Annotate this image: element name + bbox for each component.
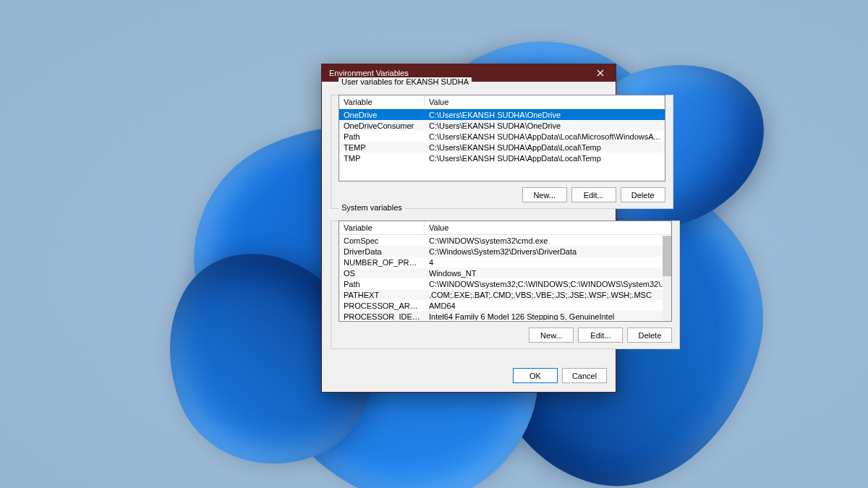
cell-variable: TEMP bbox=[339, 142, 425, 153]
cell-value: C:\Windows\System32\Drivers\DriverData bbox=[425, 246, 671, 257]
cell-variable: DriverData bbox=[339, 246, 425, 257]
scrollbar-thumb[interactable] bbox=[663, 236, 671, 276]
cell-variable: OneDrive bbox=[339, 109, 425, 120]
system-delete-button[interactable]: Delete bbox=[627, 328, 672, 343]
user-variables-label: User variables for EKANSH SUDHA bbox=[339, 77, 472, 86]
cell-value: C:\Users\EKANSH SUDHA\AppData\Local\Temp bbox=[425, 142, 665, 153]
environment-variables-dialog: Environment Variables User variables for… bbox=[321, 64, 616, 393]
cell-variable: PROCESSOR_ARCHITECTURE bbox=[339, 300, 425, 311]
table-row[interactable]: PROCESSOR_ARCHITECTUREAMD64 bbox=[339, 300, 671, 311]
column-variable[interactable]: Variable bbox=[339, 221, 425, 234]
cell-value: AMD64 bbox=[425, 300, 671, 311]
cell-value: C:\WINDOWS\system32\cmd.exe bbox=[425, 235, 671, 246]
user-button-row: New... Edit... Delete bbox=[339, 187, 665, 202]
table-row[interactable]: OSWindows_NT bbox=[339, 267, 671, 278]
cell-value: C:\WINDOWS\system32;C:\WINDOWS;C:\WINDOW… bbox=[425, 278, 671, 289]
cancel-button[interactable]: Cancel bbox=[562, 368, 607, 383]
list-header: Variable Value bbox=[339, 221, 671, 235]
list-body: OneDriveC:\Users\EKANSH SUDHA\OneDriveOn… bbox=[339, 109, 665, 180]
column-value[interactable]: Value bbox=[425, 221, 671, 234]
user-edit-button[interactable]: Edit... bbox=[571, 187, 616, 202]
cell-value: C:\Users\EKANSH SUDHA\AppData\Local\Micr… bbox=[425, 131, 665, 142]
table-row[interactable]: PathC:\WINDOWS\system32;C:\WINDOWS;C:\WI… bbox=[339, 278, 671, 289]
table-row[interactable]: PROCESSOR_IDENTIFIERIntel64 Family 6 Mod… bbox=[339, 311, 671, 320]
cell-variable: TMP bbox=[339, 153, 425, 163]
ok-button[interactable]: OK bbox=[513, 368, 558, 383]
system-edit-button[interactable]: Edit... bbox=[578, 328, 623, 343]
table-row[interactable]: TEMPC:\Users\EKANSH SUDHA\AppData\Local\… bbox=[339, 142, 665, 153]
table-row[interactable]: ComSpecC:\WINDOWS\system32\cmd.exe bbox=[339, 235, 671, 246]
cell-variable: ComSpec bbox=[339, 235, 425, 246]
close-icon bbox=[597, 69, 604, 77]
cell-value: C:\Users\EKANSH SUDHA\AppData\Local\Temp bbox=[425, 153, 665, 163]
cell-variable: Path bbox=[339, 278, 425, 289]
system-variables-label: System variables bbox=[339, 203, 405, 212]
cell-value: Intel64 Family 6 Model 126 Stepping 5, G… bbox=[425, 311, 671, 320]
cell-variable: Path bbox=[339, 131, 425, 142]
cell-variable: NUMBER_OF_PROCESSORS bbox=[339, 257, 425, 267]
cell-variable: OneDriveConsumer bbox=[339, 120, 425, 131]
table-row[interactable]: TMPC:\Users\EKANSH SUDHA\AppData\Local\T… bbox=[339, 153, 665, 163]
system-variables-group: System variables Variable Value ComSpecC… bbox=[331, 216, 680, 349]
cell-value: .COM;.EXE;.BAT;.CMD;.VBS;.VBE;.JS;.JSE;.… bbox=[425, 289, 671, 300]
dialog-title: Environment Variables bbox=[329, 69, 590, 77]
cell-variable: PROCESSOR_IDENTIFIER bbox=[339, 311, 425, 320]
scrollbar[interactable] bbox=[663, 236, 671, 321]
table-row[interactable]: OneDriveC:\Users\EKANSH SUDHA\OneDrive bbox=[339, 109, 665, 120]
system-button-row: New... Edit... Delete bbox=[339, 328, 672, 343]
user-variables-list[interactable]: Variable Value OneDriveC:\Users\EKANSH S… bbox=[339, 95, 665, 181]
list-header: Variable Value bbox=[339, 95, 665, 109]
table-row[interactable]: PathC:\Users\EKANSH SUDHA\AppData\Local\… bbox=[339, 131, 665, 142]
column-value[interactable]: Value bbox=[425, 95, 665, 108]
close-button[interactable] bbox=[590, 66, 611, 80]
table-row[interactable]: OneDriveConsumerC:\Users\EKANSH SUDHA\On… bbox=[339, 120, 665, 131]
table-row[interactable]: NUMBER_OF_PROCESSORS4 bbox=[339, 257, 671, 267]
table-row[interactable]: PATHEXT.COM;.EXE;.BAT;.CMD;.VBS;.VBE;.JS… bbox=[339, 289, 671, 300]
user-new-button[interactable]: New... bbox=[522, 187, 567, 202]
cell-variable: PATHEXT bbox=[339, 289, 425, 300]
system-new-button[interactable]: New... bbox=[529, 328, 574, 343]
user-delete-button[interactable]: Delete bbox=[621, 187, 665, 202]
cell-variable: OS bbox=[339, 267, 425, 278]
dialog-content: User variables for EKANSH SUDHA Variable… bbox=[322, 82, 616, 364]
cell-value: C:\Users\EKANSH SUDHA\OneDrive bbox=[425, 120, 665, 131]
system-variables-list[interactable]: Variable Value ComSpecC:\WINDOWS\system3… bbox=[339, 221, 672, 322]
table-row[interactable]: DriverDataC:\Windows\System32\Drivers\Dr… bbox=[339, 246, 671, 257]
dialog-footer: OK Cancel bbox=[322, 364, 616, 392]
cell-value: Windows_NT bbox=[425, 267, 671, 278]
column-variable[interactable]: Variable bbox=[339, 95, 425, 108]
user-variables-group: User variables for EKANSH SUDHA Variable… bbox=[331, 90, 673, 209]
cell-value: C:\Users\EKANSH SUDHA\OneDrive bbox=[425, 109, 665, 120]
list-body: ComSpecC:\WINDOWS\system32\cmd.exeDriver… bbox=[339, 235, 671, 320]
cell-value: 4 bbox=[425, 257, 671, 267]
